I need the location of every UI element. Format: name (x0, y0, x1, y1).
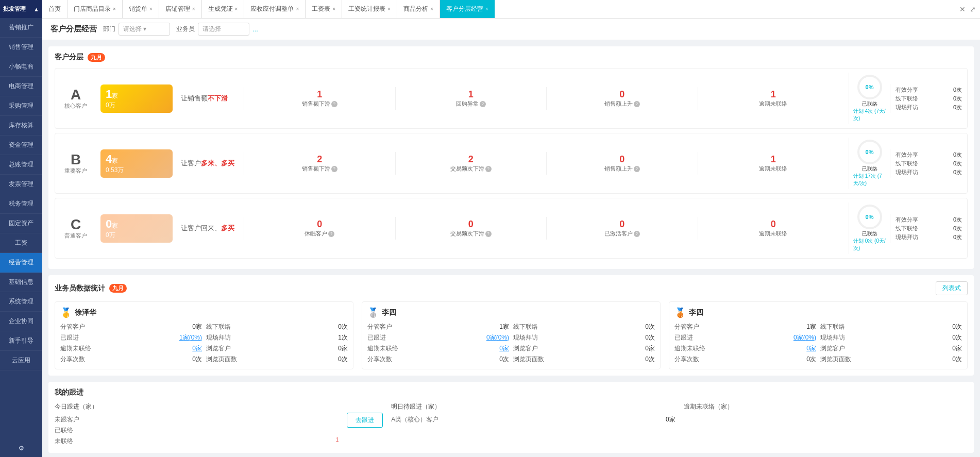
tab-close-门店商品目录[interactable]: × (113, 6, 116, 12)
tab-close-商品分析[interactable]: × (430, 6, 433, 12)
sidebar-collapse-icon[interactable]: ▲ (33, 6, 39, 12)
expand-icon[interactable]: ⤢ (970, 5, 976, 13)
tier-stat-label: 逾期未联络 (702, 100, 845, 108)
tab-客户分层经营[interactable]: 客户分层经营× (440, 0, 495, 19)
tier-stat-label: 休眠客户 ? (248, 230, 391, 238)
tab-门店商品目录[interactable]: 门店商品目录× (67, 0, 123, 19)
info-icon[interactable]: ? (634, 166, 640, 172)
tier-stat: 1 逾期未联络 (698, 87, 849, 110)
staff-grid: 🥇 徐泽华 分管客户 0家 线下联络 0次 已跟进 1家(0%) 现场拜访 1次… (55, 301, 968, 369)
sidebar-item-资金管理[interactable]: 资金管理 (0, 136, 42, 155)
staff-label: 业务员 (176, 25, 195, 33)
sidebar-item-新手引导[interactable]: 新手引导 (0, 331, 42, 351)
follow-label: A类（核心）客户 (391, 415, 438, 424)
tier-right-stat: 现场拜访 0次 (895, 233, 962, 241)
tab-首页[interactable]: 首页 (42, 0, 67, 19)
info-icon[interactable]: ? (634, 101, 640, 107)
sidebar-item-云应用[interactable]: 云应用 (0, 351, 42, 370)
tier-right-stat: 有效分享 0次 (895, 151, 962, 159)
staff-stat-row: 线下联络 0次 (206, 323, 348, 331)
staff-name-1: 李四 (382, 308, 396, 317)
tab-商品分析[interactable]: 商品分析× (397, 0, 440, 19)
sidebar-item-系统管理[interactable]: 系统管理 (0, 292, 42, 312)
tab-应收应付调整单[interactable]: 应收应付调整单× (244, 0, 306, 19)
staff-stat-row: 已跟进 0家(0%) (674, 333, 816, 342)
staff-stat-row: 浏览页面数 0次 (513, 355, 655, 364)
tier-stat-num: 0 (551, 154, 694, 165)
tier-right-stat: 现场拜访 0次 (895, 168, 962, 176)
tab-工资统计报表[interactable]: 工资统计报表× (342, 0, 397, 19)
sidebar-top[interactable]: 批发管理 ▲ (0, 0, 42, 18)
tier-stat: 0 销售额上升 ? (546, 87, 698, 110)
list-view-button[interactable]: 列表式 (936, 281, 968, 295)
sidebar-item-基础信息[interactable]: 基础信息 (0, 273, 42, 292)
sidebar-title: 批发管理 (3, 5, 26, 13)
dept-select[interactable]: 请选择 ▾ (119, 23, 170, 36)
sidebar-item-销售管理[interactable]: 销售管理 (0, 38, 42, 57)
settings-button[interactable]: ⚙ (0, 439, 42, 457)
info-icon[interactable]: ? (634, 231, 640, 237)
sidebar-item-采购管理[interactable]: 采购管理 (0, 96, 42, 116)
sidebar-item-税务管理[interactable]: 税务管理 (0, 194, 42, 214)
tier-label-A: A 核心客户 (55, 88, 96, 110)
sidebar-item-固定资产[interactable]: 固定资产 (0, 214, 42, 233)
tier-right-stats-B: 有效分享 0次 线下联络 0次 现场拜访 0次 (890, 149, 967, 178)
tomorrow-col-title: 明日待跟进（家） (391, 402, 675, 411)
sidebar-item-总账管理[interactable]: 总账管理 (0, 155, 42, 175)
tier-stat: 1 逾期未联络 (698, 152, 849, 175)
staff-stat-row: 现场拜访 1次 (206, 333, 348, 342)
customer-month-badge: 九月 (88, 53, 105, 62)
tab-close-工资统计报表[interactable]: × (387, 6, 391, 12)
follow-tomorrow-col: 明日待跟进（家） A类（核心）客户 0家 (391, 402, 675, 425)
sidebar-item-企业协同[interactable]: 企业协同 (0, 312, 42, 331)
staff-stat-row: 浏览页面数 0次 (206, 355, 348, 364)
tier-contact-C: 0% 已联络 计划 0次 (0天/次) (849, 202, 890, 254)
staff-header-2: 🥉 李四 (674, 307, 962, 318)
tab-close-店铺管理[interactable]: × (192, 6, 195, 12)
tier-count-block-C: 0家 0万 (100, 214, 173, 243)
tier-stat: 2 销售额下滑 ? (244, 152, 395, 175)
main-content: 首页门店商品目录×销货单×店铺管理×生成凭证×应收应付调整单×工资表×工资统计报… (42, 0, 980, 457)
info-icon[interactable]: ? (485, 231, 492, 237)
tab-close-生成凭证[interactable]: × (235, 6, 238, 12)
sidebar-item-发票管理[interactable]: 发票管理 (0, 175, 42, 194)
sidebar-item-工资[interactable]: 工资 (0, 233, 42, 253)
sidebar-item-经营管理[interactable]: 经营管理 (0, 253, 42, 273)
tab-close-销货单[interactable]: × (149, 6, 153, 12)
tab-生成凭证[interactable]: 生成凭证× (202, 0, 245, 19)
info-icon[interactable]: ? (331, 166, 337, 172)
tab-工资表[interactable]: 工资表× (306, 0, 342, 19)
sidebar-item-库存核算[interactable]: 库存核算 (0, 116, 42, 136)
tab-店铺管理[interactable]: 店铺管理× (159, 0, 202, 19)
more-button[interactable]: ... (252, 25, 258, 33)
tier-stat-num: 1 (702, 154, 845, 165)
info-icon[interactable]: ? (485, 166, 492, 172)
tab-close-应收应付调整单[interactable]: × (296, 6, 299, 12)
tier-stat: 1 回购异常 ? (395, 87, 547, 110)
staff-select[interactable]: 请选择 (198, 23, 249, 36)
tier-stat-num: 0 (551, 219, 694, 230)
staff-stat-row: 已跟进 1家(0%) (60, 333, 202, 342)
sidebar-item-小畅电商[interactable]: 小畅电商 (0, 57, 42, 77)
staff-card-2: 🥉 李四 分管客户 1家 线下联络 0次 已跟进 0家(0%) 现场拜访 0次 … (669, 301, 968, 369)
tier-row-C: C 普通客户 0家 0万 让客户回来、多买 0 休眠客户 ? 0 交易频次下滑 … (55, 198, 968, 259)
sidebar-item-营销推广[interactable]: 营销推广 (0, 18, 42, 38)
info-icon[interactable]: ? (480, 101, 486, 107)
tier-stat-label: 销售额上升 ? (551, 165, 694, 173)
tier-stat-num: 0 (248, 219, 391, 230)
tier-stat-num: 0 (702, 219, 845, 230)
tab-销货单[interactable]: 销货单× (123, 0, 159, 19)
tab-close-工资表[interactable]: × (332, 6, 335, 12)
tier-stat: 0 逾期未联络 (698, 217, 849, 240)
tab-close-客户分层经营[interactable]: × (485, 6, 488, 12)
info-icon[interactable]: ? (331, 101, 337, 107)
info-icon[interactable]: ? (328, 231, 334, 237)
sidebar-item-电商管理[interactable]: 电商管理 (0, 77, 42, 96)
staff-stat-row: 分管客户 1家 (674, 323, 816, 331)
tier-stat: 0 已激活客户 ? (546, 217, 698, 240)
staff-stat-row: 浏览客户 0家 (820, 344, 962, 353)
go-follow-button[interactable]: 去跟进 (347, 413, 383, 428)
tier-stat-num: 2 (400, 154, 543, 165)
close-icon[interactable]: ✕ (959, 5, 966, 13)
staff-card-0: 🥇 徐泽华 分管客户 0家 线下联络 0次 已跟进 1家(0%) 现场拜访 1次… (55, 301, 353, 369)
